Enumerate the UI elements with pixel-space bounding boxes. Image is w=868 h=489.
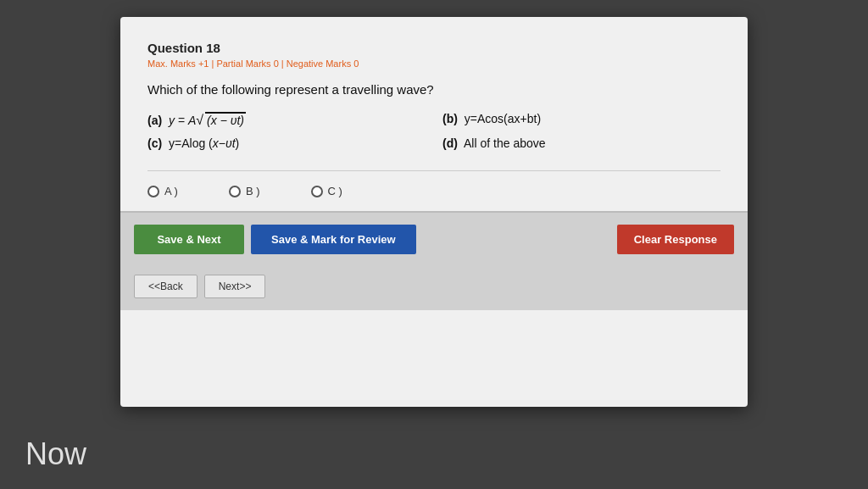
modal: Question 18 Max. Marks +1 | Partial Mark… — [120, 17, 748, 407]
back-button[interactable]: <<Back — [134, 275, 198, 298]
option-b: (b) y=Acos(ax+bt) — [442, 112, 721, 128]
radio-options: A ) B ) C ) — [147, 170, 721, 211]
nav-row: <<Back Next>> — [120, 266, 748, 310]
radio-option-a[interactable]: A ) — [147, 185, 178, 197]
radio-label-c: C ) — [328, 185, 342, 197]
radio-circle-b — [229, 186, 241, 197]
option-c-label: (c) — [147, 136, 162, 150]
button-row: Save & Next Save & Mark for Review Clear… — [120, 212, 748, 266]
options-grid: (a) y = A√(x − υt) (b) y=Acos(ax+bt) (c)… — [147, 112, 721, 150]
option-a-label: (a) — [147, 114, 162, 127]
radio-label-b: B ) — [246, 185, 260, 197]
radio-label-a: A ) — [164, 185, 178, 197]
option-c: (c) y=Alog (x−υt) — [147, 136, 426, 150]
save-next-button[interactable]: Save & Next — [134, 225, 244, 254]
option-c-text: y=Alog (x−υt) — [169, 136, 239, 150]
option-d: (d) All of the above — [442, 136, 721, 150]
option-b-text: y=Acos(ax+bt) — [465, 112, 541, 125]
option-b-label: (b) — [442, 112, 458, 125]
option-a: (a) y = A√(x − υt) — [147, 112, 426, 128]
mark-review-button[interactable]: Save & Mark for Review — [251, 225, 416, 254]
modal-content: Question 18 Max. Marks +1 | Partial Mark… — [120, 17, 748, 211]
clear-response-button[interactable]: Clear Response — [617, 225, 734, 254]
modal-overlay: Question 18 Max. Marks +1 | Partial Mark… — [0, 0, 868, 489]
radio-option-b[interactable]: B ) — [229, 185, 260, 197]
background: Now Question 18 Max. Marks +1 | Partial … — [0, 0, 868, 489]
radio-circle-a — [147, 186, 159, 197]
option-d-label: (d) — [442, 136, 458, 150]
question-title: Question 18 — [147, 41, 721, 55]
option-d-text: All of the above — [464, 136, 546, 150]
question-text: Which of the following represent a trave… — [147, 82, 721, 97]
radio-option-c[interactable]: C ) — [311, 185, 342, 197]
next-button[interactable]: Next>> — [204, 275, 266, 298]
radio-circle-c — [311, 186, 323, 197]
option-a-text: y = A√(x − υt) — [169, 114, 246, 127]
marks-info: Max. Marks +1 | Partial Marks 0 | Negati… — [147, 58, 721, 69]
